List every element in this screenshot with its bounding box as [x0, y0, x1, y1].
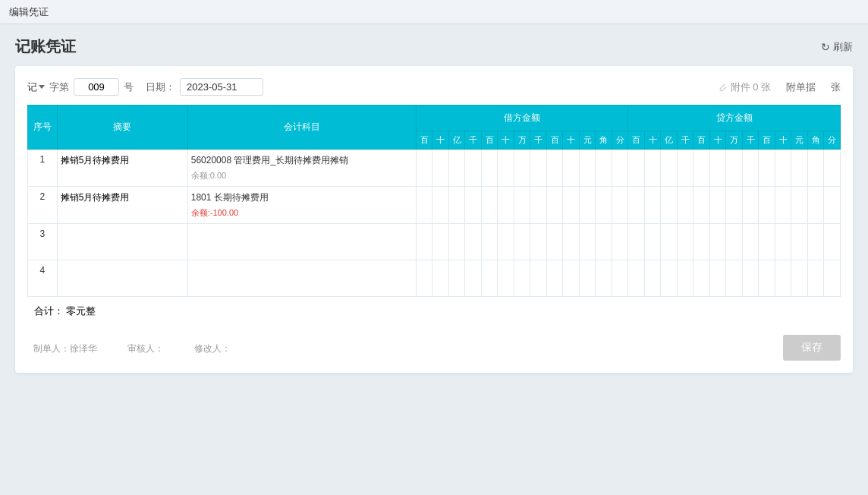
row-d2-11[interactable] — [596, 187, 612, 224]
debit-digit-9: 十 — [563, 131, 580, 150]
paperclip-icon — [717, 82, 728, 93]
row-c1-2[interactable] — [661, 150, 678, 187]
row-d2-10[interactable] — [579, 187, 596, 224]
row-d2-7[interactable] — [530, 187, 547, 224]
col-header-seq: 序号 — [28, 106, 58, 150]
row-d2-9[interactable] — [563, 187, 580, 224]
credit-digit-3: 千 — [677, 131, 693, 150]
form-row: 记 字第 号 日期： 附件 0 张 附单据 张 — [27, 78, 841, 96]
row-d1-12[interactable] — [612, 150, 628, 187]
row-account-3[interactable] — [187, 224, 416, 260]
modifier-label: 修改人： — [194, 342, 231, 355]
row-d2-6[interactable] — [514, 187, 530, 224]
row-c2-3[interactable] — [677, 187, 693, 224]
row-summary-3[interactable] — [57, 224, 187, 260]
row-d1-0[interactable] — [416, 150, 432, 187]
row-d2-12[interactable] — [612, 187, 628, 224]
row-d1-3[interactable] — [465, 150, 482, 187]
row-d1-2[interactable] — [448, 150, 465, 187]
row-c1-4[interactable] — [693, 150, 710, 187]
row-c2-8[interactable] — [759, 187, 775, 224]
row-d1-9[interactable] — [563, 150, 580, 187]
row-d2-2[interactable] — [448, 187, 465, 224]
footer-row: 制单人：徐泽华 审核人： 修改人： — [27, 335, 237, 358]
row-summary-2[interactable]: 摊销5月待摊费用 — [57, 187, 187, 224]
row-c1-1[interactable] — [644, 150, 661, 187]
row-d1-4[interactable] — [481, 150, 498, 187]
credit-digit-5: 十 — [709, 131, 726, 150]
row-c1-8[interactable] — [759, 150, 775, 187]
debit-digit-6: 万 — [514, 131, 530, 150]
row-account-2[interactable]: 1801 长期待摊费用 余额:-100.00 — [187, 187, 416, 224]
row-c1-3[interactable] — [677, 150, 693, 187]
col-header-summary: 摘要 — [57, 106, 187, 150]
row-c1-9[interactable] — [775, 150, 791, 187]
voucher-number-input[interactable] — [74, 78, 119, 96]
row-d1-5[interactable] — [498, 150, 514, 187]
row-c2-5[interactable] — [709, 187, 726, 224]
row-d2-8[interactable] — [546, 187, 563, 224]
row-d1-7[interactable] — [530, 150, 547, 187]
row-c2-6[interactable] — [726, 187, 743, 224]
table-row: 3 — [28, 224, 841, 260]
row-summary-4[interactable] — [57, 260, 187, 297]
balance-2: 余额:-100.00 — [191, 207, 413, 219]
row-c2-2[interactable] — [661, 187, 678, 224]
debit-digit-7: 千 — [530, 131, 547, 150]
credit-digit-11: 角 — [807, 131, 824, 150]
total-label-cell: 合计： 零元整 — [28, 297, 417, 326]
row-summary-1[interactable]: 摊销5月待摊费用 — [57, 150, 187, 187]
row-c2-12[interactable] — [824, 187, 841, 224]
account-code-2: 1801 长期待摊费用 — [191, 191, 413, 204]
voucher-card: 记 字第 号 日期： 附件 0 张 附单据 张 — [15, 66, 853, 373]
debit-digit-12: 分 — [612, 131, 628, 150]
row-d1-10[interactable] — [579, 150, 596, 187]
voucher-type-button[interactable]: 记 — [27, 80, 45, 94]
row-c1-10[interactable] — [791, 150, 808, 187]
debit-digit-3: 千 — [465, 131, 482, 150]
debit-digit-4: 百 — [481, 131, 498, 150]
row-d1-8[interactable] — [546, 150, 563, 187]
row-c2-4[interactable] — [693, 187, 710, 224]
credit-digit-9: 十 — [775, 131, 791, 150]
row-c1-12[interactable] — [824, 150, 841, 187]
credit-digit-2: 亿 — [661, 131, 678, 150]
row-c1-0[interactable] — [628, 150, 645, 187]
attach-label: 附件 0 张 — [731, 80, 771, 94]
reviewer-label: 审核人： — [127, 342, 164, 355]
row-d2-1[interactable] — [432, 187, 449, 224]
row-c1-7[interactable] — [742, 150, 759, 187]
row-d2-0[interactable] — [416, 187, 432, 224]
balance-1: 余额:0.00 — [191, 170, 413, 181]
row-c2-10[interactable] — [791, 187, 808, 224]
maker-label: 制单人：徐泽华 — [33, 342, 97, 355]
row-c1-6[interactable] — [726, 150, 743, 187]
row-d1-11[interactable] — [596, 150, 612, 187]
row-d2-3[interactable] — [465, 187, 482, 224]
row-account-1[interactable]: 56020008 管理费用_长期待摊费用摊销 余额:0.00 — [187, 150, 416, 187]
account-code-1: 56020008 管理费用_长期待摊费用摊销 — [191, 154, 413, 167]
row-seq-3: 3 — [28, 224, 58, 260]
row-c2-11[interactable] — [807, 187, 824, 224]
row-c2-1[interactable] — [644, 187, 661, 224]
refresh-button[interactable]: ↻ 刷新 — [821, 40, 853, 54]
row-d2-5[interactable] — [498, 187, 514, 224]
row-c1-5[interactable] — [709, 150, 726, 187]
total-row: 合计： 零元整 — [28, 297, 841, 326]
row-c2-9[interactable] — [775, 187, 791, 224]
page-header: 记账凭证 ↻ 刷新 — [15, 36, 853, 57]
row-d2-4[interactable] — [481, 187, 498, 224]
row-d1-1[interactable] — [432, 150, 449, 187]
row-c2-0[interactable] — [628, 187, 645, 224]
row-account-4[interactable] — [187, 260, 416, 297]
attach-count[interactable]: 附件 0 张 — [717, 80, 771, 94]
date-input[interactable] — [180, 78, 263, 96]
row-c2-7[interactable] — [742, 187, 759, 224]
row-d1-6[interactable] — [514, 150, 530, 187]
row-c1-11[interactable] — [807, 150, 824, 187]
voucher-type-label: 记 — [27, 80, 37, 94]
voucher-table-wrapper: 序号 摘要 会计科目 借方金额 贷方金额 百 十 亿 千 百 十 万 — [27, 105, 841, 326]
main-container: 记账凭证 ↻ 刷新 记 字第 号 日期： — [0, 24, 868, 495]
save-button[interactable]: 保存 — [783, 335, 841, 361]
table-row: 1 摊销5月待摊费用 56020008 管理费用_长期待摊费用摊销 余额:0.0… — [28, 150, 841, 187]
